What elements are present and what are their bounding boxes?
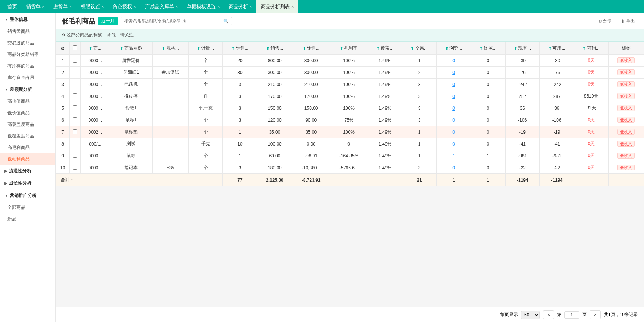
sidebar-item-低毛利商品[interactable]: 低毛利商品 [0, 153, 55, 165]
row-sales-price: 210.00 [257, 79, 292, 90]
views2-column-header[interactable]: ⬆ 浏览... [471, 42, 505, 55]
next-page-button[interactable]: ＞ [590, 310, 601, 319]
current-stock-column-header[interactable]: ⬆ 现有... [505, 42, 539, 55]
row-checkbox[interactable] [70, 150, 81, 162]
row-select-checkbox[interactable] [73, 153, 77, 158]
row-select-checkbox[interactable] [73, 165, 77, 170]
sidebar-item-有库存的商品[interactable]: 有库存的商品 [0, 60, 55, 72]
row-views1[interactable]: 0 [436, 114, 471, 126]
nav-item-单据模板设置[interactable]: 单据模板设置× [182, 0, 224, 13]
row-select-checkbox[interactable] [73, 117, 77, 122]
row-views1[interactable]: 0 [436, 90, 471, 102]
nav-item-商品分析列表[interactable]: 商品分析列表× [256, 0, 298, 13]
row-views1[interactable]: 0 [436, 126, 471, 138]
row-select-checkbox[interactable] [73, 141, 77, 146]
sidebar-item-高覆盖度商品[interactable]: 高覆盖度商品 [0, 119, 55, 130]
table-row: 10 0000... 笔记本 535 个 3 180.00 -10,380...… [56, 162, 644, 174]
sidebar-item-商品分类助销率[interactable]: 商品分类助销率 [0, 49, 55, 60]
search-icon[interactable]: 🔍 [223, 19, 229, 24]
sidebar-group-整体信息[interactable]: ▼整体信息 [0, 13, 55, 26]
prev-page-button[interactable]: ＜ [543, 310, 554, 319]
sellable-column-header[interactable]: ⬆ 可销... [574, 42, 608, 55]
row-views1[interactable]: 0 [436, 67, 471, 79]
nav-item-进货单[interactable]: 进货单× [49, 0, 76, 13]
filter-recent-month-button[interactable]: 近一月 [98, 17, 118, 25]
row-checkbox[interactable] [70, 55, 81, 67]
sidebar-group-营销推广分析[interactable]: ▼营销推广分析 [0, 189, 55, 202]
row-select-checkbox[interactable] [73, 129, 77, 134]
search-input[interactable] [124, 19, 223, 24]
sidebar-item-交易过的商品[interactable]: 交易过的商品 [0, 37, 55, 49]
row-no: 1 [56, 55, 70, 67]
nav-item-权限设置[interactable]: 权限设置× [76, 0, 108, 13]
nav-item-销货单[interactable]: 销货单× [22, 0, 49, 13]
row-checkbox[interactable] [70, 102, 81, 114]
sidebar-group-流通性分析[interactable]: ▶流通性分析 [0, 165, 55, 177]
sidebar-item-高价值商品[interactable]: 高价值商品 [0, 96, 55, 107]
row-views1[interactable]: 1 [436, 150, 471, 162]
nav-item-首页[interactable]: 首页 [3, 0, 22, 13]
sidebar-item-高毛利商品[interactable]: 高毛利商品 [0, 142, 55, 153]
select-all-checkbox[interactable] [73, 45, 77, 50]
row-checkbox[interactable] [70, 67, 81, 79]
nav-close-icon[interactable]: × [102, 4, 104, 9]
page-input[interactable] [564, 311, 579, 319]
row-views1[interactable]: 0 [436, 55, 471, 67]
row-coverage: 1.49% [368, 90, 402, 102]
sidebar-item-全部商品[interactable]: 全部商品 [0, 202, 55, 213]
nav-close-icon[interactable]: × [291, 4, 294, 9]
sidebar-item-销售类商品[interactable]: 销售类商品 [0, 26, 55, 37]
sidebar-group-差额度分析[interactable]: ▼差额度分析 [0, 83, 55, 96]
row-sales-qty: 3 [223, 162, 257, 174]
row-checkbox[interactable] [70, 138, 81, 150]
row-select-checkbox[interactable] [73, 70, 77, 74]
code-column-header[interactable]: ⬆ 商... [81, 42, 110, 55]
per-page-select[interactable]: 50 100 200 [521, 311, 540, 319]
tag-column-header[interactable]: 标签 [608, 42, 644, 55]
unit-column-header[interactable]: ⬆ 计量... [188, 42, 222, 55]
total-views2: 1 [471, 174, 505, 186]
settings-column-header[interactable]: ⚙ [56, 42, 70, 55]
row-sales-qty: 3 [223, 102, 257, 114]
coverage-column-header[interactable]: ⬆ 覆盖... [368, 42, 402, 55]
row-checkbox[interactable] [70, 162, 81, 174]
sidebar-item-低覆盖度商品[interactable]: 低覆盖度商品 [0, 130, 55, 142]
nav-close-icon[interactable]: × [217, 4, 220, 9]
nav-item-角色授权[interactable]: 角色授权× [108, 0, 140, 13]
sidebar-item-低价值商品[interactable]: 低价值商品 [0, 107, 55, 119]
row-views1[interactable]: 0 [436, 162, 471, 174]
checkbox-column-header[interactable] [70, 42, 81, 55]
sidebar-item-库存资金占用[interactable]: 库存资金占用 [0, 72, 55, 83]
nav-item-产成品入库单[interactable]: 产成品入库单× [141, 0, 182, 13]
views1-column-header[interactable]: ⬆ 浏览... [436, 42, 471, 55]
nav-close-icon[interactable]: × [69, 4, 71, 9]
nav-close-icon[interactable]: × [134, 4, 136, 9]
row-select-checkbox[interactable] [73, 58, 77, 63]
row-checkbox[interactable] [70, 114, 81, 126]
nav-close-icon[interactable]: × [250, 4, 252, 9]
sales-amount-column-header[interactable]: ⬆ 销售... [292, 42, 330, 55]
sidebar-item-新品[interactable]: 新品 [0, 213, 55, 225]
share-button[interactable]: ⎋ 分享 [596, 16, 615, 26]
row-checkbox[interactable] [70, 79, 81, 90]
row-views1[interactable]: 0 [436, 138, 471, 150]
row-views1[interactable]: 0 [436, 79, 471, 90]
nav-close-icon[interactable]: × [176, 4, 178, 9]
name-column-header[interactable]: ⬆ 商品名称 [110, 42, 153, 55]
row-views1[interactable]: 0 [436, 102, 471, 114]
transaction-column-header[interactable]: ⬆ 交易... [402, 42, 436, 55]
row-checkbox[interactable] [70, 126, 81, 138]
nav-item-商品分析[interactable]: 商品分析× [224, 0, 256, 13]
row-select-checkbox[interactable] [73, 105, 77, 110]
sales-qty-column-header[interactable]: ⬆ 销售... [223, 42, 257, 55]
row-checkbox[interactable] [70, 90, 81, 102]
sidebar-group-成长性分析[interactable]: ▶成长性分析 [0, 177, 55, 189]
row-select-checkbox[interactable] [73, 82, 77, 86]
row-select-checkbox[interactable] [73, 93, 77, 98]
sales-price-column-header[interactable]: ⬆ 销售... [257, 42, 292, 55]
gross-margin-column-header[interactable]: ⬆ 毛利率 [330, 42, 368, 55]
nav-close-icon[interactable]: × [42, 4, 44, 9]
spec-column-header[interactable]: ⬆ 规格... [153, 42, 189, 55]
available-column-header[interactable]: ⬆ 可用... [540, 42, 574, 55]
export-button[interactable]: ⬆ 导出 [618, 16, 638, 26]
